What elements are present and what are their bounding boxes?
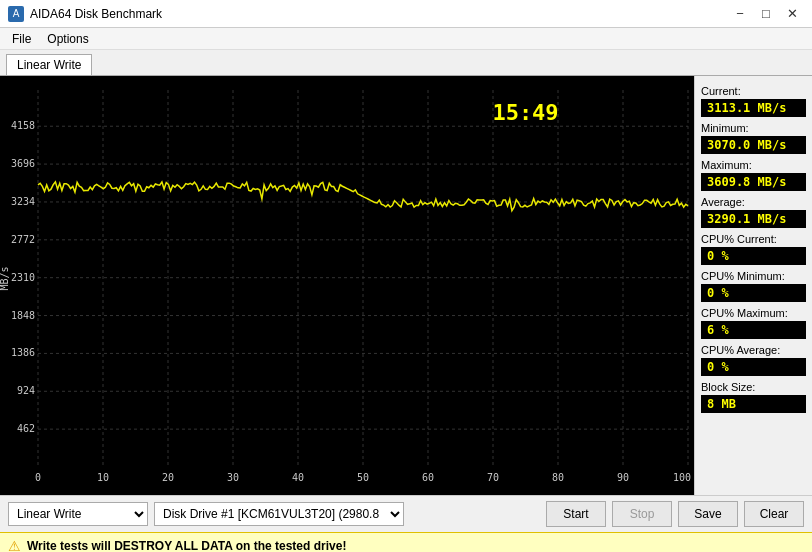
maximum-value: 3609.8 MB/s (701, 173, 806, 191)
current-value: 3113.1 MB/s (701, 99, 806, 117)
bottom-controls: Linear Write Linear Read Random Write Ra… (0, 495, 812, 532)
main-area: Current: 3113.1 MB/s Minimum: 3070.0 MB/… (0, 75, 812, 495)
minimize-button[interactable]: − (728, 3, 752, 25)
right-panel: Current: 3113.1 MB/s Minimum: 3070.0 MB/… (694, 76, 812, 495)
maximize-button[interactable]: □ (754, 3, 778, 25)
minimum-label: Minimum: (701, 122, 806, 134)
blocksize-label: Block Size: (701, 381, 806, 393)
cpu-current-value: 0 % (701, 247, 806, 265)
cpu-minimum-value: 0 % (701, 284, 806, 302)
clear-button[interactable]: Clear (744, 501, 804, 527)
stop-button[interactable]: Stop (612, 501, 672, 527)
warning-icon: ⚠ (8, 538, 21, 553)
menu-bar: File Options (0, 28, 812, 50)
action-buttons: Start Stop Save Clear (546, 501, 804, 527)
warning-text: Write tests will DESTROY ALL DATA on the… (27, 539, 346, 553)
chart-container (0, 76, 694, 495)
blocksize-value: 8 MB (701, 395, 806, 413)
tab-linear-write[interactable]: Linear Write (6, 54, 92, 75)
menu-options[interactable]: Options (39, 30, 96, 48)
window-title: AIDA64 Disk Benchmark (30, 7, 162, 21)
cpu-current-label: CPU% Current: (701, 233, 806, 245)
minimum-value: 3070.0 MB/s (701, 136, 806, 154)
title-bar-left: A AIDA64 Disk Benchmark (8, 6, 162, 22)
current-label: Current: (701, 85, 806, 97)
benchmark-chart (0, 76, 694, 495)
drive-select[interactable]: Disk Drive #1 [KCM61VUL3T20] (2980.8 GB) (154, 502, 404, 526)
warning-bar: ⚠ Write tests will DESTROY ALL DATA on t… (0, 532, 812, 552)
cpu-minimum-label: CPU% Minimum: (701, 270, 806, 282)
app-icon: A (8, 6, 24, 22)
average-value: 3290.1 MB/s (701, 210, 806, 228)
close-button[interactable]: ✕ (780, 3, 804, 25)
maximum-label: Maximum: (701, 159, 806, 171)
title-controls: − □ ✕ (728, 3, 804, 25)
menu-file[interactable]: File (4, 30, 39, 48)
cpu-average-value: 0 % (701, 358, 806, 376)
test-select[interactable]: Linear Write Linear Read Random Write Ra… (8, 502, 148, 526)
start-button[interactable]: Start (546, 501, 606, 527)
cpu-maximum-label: CPU% Maximum: (701, 307, 806, 319)
tab-bar: Linear Write (0, 50, 812, 75)
title-bar: A AIDA64 Disk Benchmark − □ ✕ (0, 0, 812, 28)
average-label: Average: (701, 196, 806, 208)
save-button[interactable]: Save (678, 501, 738, 527)
cpu-average-label: CPU% Average: (701, 344, 806, 356)
cpu-maximum-value: 6 % (701, 321, 806, 339)
